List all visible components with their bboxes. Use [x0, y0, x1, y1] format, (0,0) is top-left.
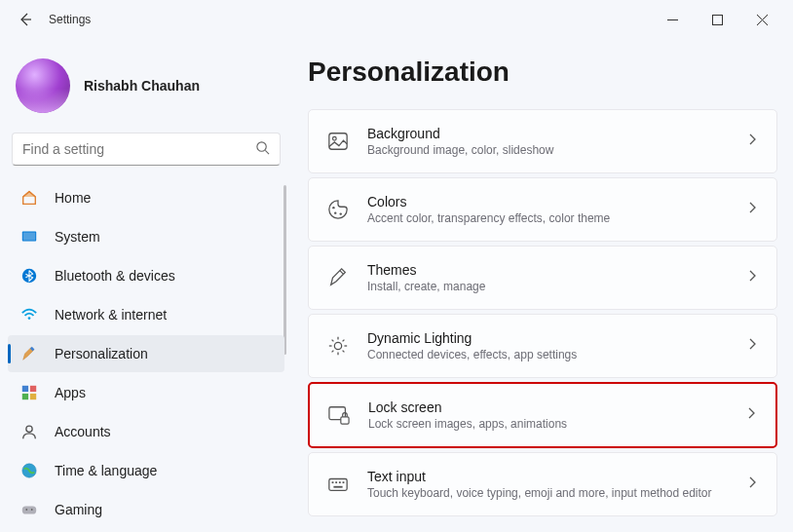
- chevron-right-icon: [745, 337, 759, 355]
- svg-rect-7: [30, 386, 36, 392]
- maximize-button[interactable]: [703, 6, 731, 33]
- sidebar-item-bluetooth[interactable]: Bluetooth & devices: [8, 257, 284, 294]
- svg-point-5: [28, 317, 31, 320]
- sidebar-item-label: Home: [55, 190, 91, 206]
- nav-list: Home System Bluetooth & devices Network …: [8, 179, 284, 528]
- scrollbar[interactable]: [283, 185, 286, 355]
- chevron-right-icon: [745, 201, 759, 218]
- search-icon: [255, 140, 270, 159]
- background-icon: [326, 130, 350, 153]
- close-button[interactable]: [748, 6, 775, 33]
- minimize-icon: [667, 15, 678, 25]
- card-subtitle: Install, create, manage: [367, 280, 745, 293]
- lighting-icon: [326, 334, 350, 358]
- search-input[interactable]: [22, 141, 255, 157]
- svg-point-1: [257, 141, 266, 150]
- card-subtitle: Connected devices, effects, app settings: [367, 348, 745, 361]
- svg-rect-9: [30, 394, 36, 399]
- sidebar-item-system[interactable]: System: [8, 218, 284, 255]
- main-content: Personalization Background Background im…: [292, 39, 793, 532]
- minimize-button[interactable]: [659, 6, 686, 33]
- username: Rishabh Chauhan: [84, 78, 200, 94]
- svg-rect-35: [339, 481, 341, 483]
- svg-rect-6: [22, 386, 28, 392]
- avatar: [16, 58, 70, 113]
- svg-point-20: [340, 212, 342, 214]
- card-subtitle: Accent color, transparency effects, colo…: [367, 211, 745, 225]
- svg-line-27: [343, 351, 345, 353]
- svg-point-19: [334, 211, 336, 213]
- chevron-right-icon: [745, 133, 759, 150]
- window-title: Settings: [49, 13, 91, 26]
- svg-rect-33: [332, 481, 334, 483]
- svg-point-14: [25, 509, 27, 511]
- lock-screen-icon: [327, 403, 351, 427]
- sidebar-item-label: Accounts: [55, 424, 111, 439]
- sidebar-item-label: System: [55, 229, 100, 245]
- sidebar-item-label: Time & language: [55, 463, 157, 478]
- svg-rect-8: [22, 394, 28, 399]
- svg-point-21: [334, 342, 341, 349]
- sidebar-item-gaming[interactable]: Gaming: [8, 491, 284, 528]
- svg-rect-0: [712, 15, 722, 24]
- titlebar: Settings: [0, 0, 793, 39]
- bluetooth-icon: [19, 266, 39, 285]
- maximize-icon: [712, 15, 723, 25]
- svg-rect-36: [343, 481, 345, 483]
- svg-rect-13: [22, 506, 36, 513]
- svg-rect-32: [329, 479, 347, 491]
- card-lock-screen[interactable]: Lock screen Lock screen images, apps, an…: [308, 382, 777, 448]
- svg-point-10: [26, 426, 32, 432]
- sidebar-item-label: Bluetooth & devices: [55, 268, 175, 284]
- home-icon: [19, 188, 39, 208]
- card-colors[interactable]: Colors Accent color, transparency effect…: [308, 177, 777, 242]
- keyboard-icon: [326, 473, 350, 496]
- card-subtitle: Touch keyboard, voice typing, emoji and …: [367, 486, 745, 500]
- card-text-input[interactable]: Text input Touch keyboard, voice typing,…: [308, 452, 777, 516]
- sidebar-item-label: Gaming: [55, 502, 102, 517]
- card-subtitle: Background image, color, slideshow: [367, 143, 745, 157]
- accounts-icon: [19, 422, 39, 441]
- back-button[interactable]: [16, 10, 35, 29]
- close-icon: [757, 15, 768, 25]
- themes-icon: [326, 266, 350, 289]
- card-title: Lock screen: [368, 399, 744, 415]
- sidebar-item-label: Network & internet: [55, 307, 167, 323]
- sidebar-item-accounts[interactable]: Accounts: [8, 413, 284, 450]
- apps-icon: [19, 383, 39, 402]
- svg-rect-34: [335, 481, 337, 483]
- svg-point-18: [332, 207, 334, 209]
- time-icon: [19, 461, 39, 480]
- colors-icon: [326, 198, 350, 221]
- sidebar-item-label: Personalization: [55, 346, 148, 361]
- card-title: Colors: [367, 194, 745, 209]
- profile-section[interactable]: Rishabh Chauhan: [8, 49, 284, 133]
- sidebar: Rishabh Chauhan Home System: [0, 39, 292, 532]
- card-background[interactable]: Background Background image, color, slid…: [308, 109, 777, 173]
- svg-rect-31: [341, 417, 349, 424]
- back-arrow-icon: [18, 12, 33, 27]
- chevron-right-icon: [744, 406, 758, 424]
- card-dynamic-lighting[interactable]: Dynamic Lighting Connected devices, effe…: [308, 314, 777, 378]
- card-title: Text input: [367, 469, 745, 484]
- sidebar-item-time[interactable]: Time & language: [8, 452, 284, 489]
- svg-line-29: [343, 340, 345, 342]
- chevron-right-icon: [745, 475, 759, 493]
- page-title: Personalization: [308, 57, 777, 88]
- card-themes[interactable]: Themes Install, create, manage: [308, 246, 777, 310]
- card-title: Background: [367, 126, 745, 141]
- personalization-icon: [19, 344, 39, 363]
- search-box[interactable]: [12, 133, 281, 166]
- sidebar-item-apps[interactable]: Apps: [8, 374, 284, 411]
- sidebar-item-personalization[interactable]: Personalization: [8, 335, 284, 372]
- svg-line-28: [332, 351, 334, 353]
- svg-line-26: [332, 340, 334, 342]
- svg-rect-37: [333, 486, 342, 488]
- card-subtitle: Lock screen images, apps, animations: [368, 417, 744, 431]
- svg-rect-3: [23, 233, 36, 241]
- sidebar-item-network[interactable]: Network & internet: [8, 296, 284, 333]
- system-icon: [19, 227, 39, 247]
- chevron-right-icon: [745, 269, 759, 286]
- sidebar-item-label: Apps: [55, 385, 86, 400]
- sidebar-item-home[interactable]: Home: [8, 179, 284, 216]
